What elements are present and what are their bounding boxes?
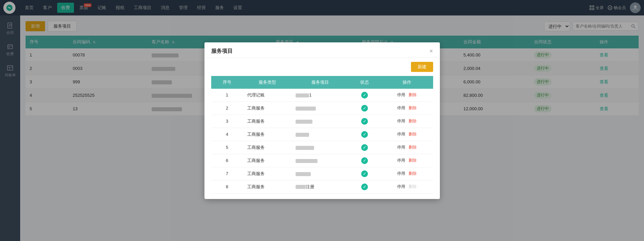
status-check-icon: ✓ — [361, 157, 368, 164]
status-check-icon: ✓ — [361, 184, 368, 190]
modal-cell-seq: 1 — [211, 89, 243, 102]
delete-button[interactable]: 删除 — [409, 92, 417, 98]
status-check-icon: ✓ — [361, 170, 368, 177]
stop-button[interactable]: 停用 — [397, 118, 405, 124]
modal-table-row: 8 工商服务 注册 ✓ 停用 删除 — [211, 180, 433, 193]
status-check-icon: ✓ — [361, 105, 368, 112]
status-check-icon: ✓ — [361, 118, 368, 125]
modal-cell-status: ✓ — [349, 102, 381, 115]
modal-table-row: 2 工商服务 ✓ 停用 删除 — [211, 102, 433, 115]
modal-cell-seq: 3 — [211, 115, 243, 128]
modal-cell-item: 注册 — [292, 180, 348, 193]
modal-cell-status: ✓ — [349, 115, 381, 128]
modal-cell-item — [292, 115, 348, 128]
modal-title: 服务项目 — [211, 48, 233, 55]
modal-cell-type: 工商服务 — [243, 102, 292, 115]
modal-cell-type: 工商服务 — [243, 128, 292, 141]
delete-button[interactable]: 删除 — [409, 145, 417, 150]
modal-col-type: 服务类型 — [243, 76, 292, 89]
delete-button[interactable]: 删除 — [409, 118, 417, 124]
modal-cell-type: 工商服务 — [243, 167, 292, 180]
modal-cell-type: 工商服务 — [243, 180, 292, 193]
modal-table-row: 5 工商服务 ✓ 停用 删除 — [211, 141, 433, 154]
status-check-icon: ✓ — [361, 144, 368, 151]
modal-cell-type: 工商服务 — [243, 141, 292, 154]
modal-cell-seq: 4 — [211, 128, 243, 141]
modal-header: 服务项目 × — [204, 42, 440, 58]
delete-button[interactable]: 删除 — [409, 105, 417, 111]
stop-button[interactable]: 停用 — [397, 105, 405, 111]
modal-cell-seq: 5 — [211, 141, 243, 154]
modal-cell-item — [292, 128, 348, 141]
modal-cell-item — [292, 141, 348, 154]
modal-cell-type: 工商服务 — [243, 115, 292, 128]
stop-button[interactable]: 停用 — [397, 92, 405, 98]
modal-col-seq: 序号 — [211, 76, 243, 89]
modal-col-item: 服务项目 — [292, 76, 348, 89]
delete-button[interactable]: 删除 — [409, 171, 417, 176]
modal-table-row: 1 代理记账 1 ✓ 停用 删除 — [211, 89, 433, 102]
modal-cell-action: 停用 删除 — [381, 115, 433, 128]
modal-cell-action: 停用 删除 — [381, 167, 433, 180]
modal-cell-action: 停用 删除 — [381, 102, 433, 115]
modal-table-row: 7 工商服务 ✓ 停用 删除 — [211, 167, 433, 180]
modal-col-status: 状态 — [349, 76, 381, 89]
stop-button[interactable]: 停用 — [397, 184, 405, 190]
modal-cell-action: 停用 删除 — [381, 141, 433, 154]
modal-cell-item — [292, 102, 348, 115]
modal-cell-seq: 6 — [211, 154, 243, 167]
delete-button[interactable]: 删除 — [409, 184, 417, 190]
modal-toolbar: 新建 — [204, 58, 440, 76]
modal-col-action: 操作 — [381, 76, 433, 89]
modal-cell-action: 停用 删除 — [381, 180, 433, 193]
stop-button[interactable]: 停用 — [397, 131, 405, 137]
modal-cell-seq: 2 — [211, 102, 243, 115]
modal-cell-type: 工商服务 — [243, 154, 292, 167]
stop-button[interactable]: 停用 — [397, 145, 405, 150]
modal-cell-status: ✓ — [349, 128, 381, 141]
modal-cell-status: ✓ — [349, 141, 381, 154]
modal-new-button[interactable]: 新建 — [411, 62, 433, 72]
stop-button[interactable]: 停用 — [397, 158, 405, 163]
modal-cell-status: ✓ — [349, 89, 381, 102]
modal-cell-status: ✓ — [349, 180, 381, 193]
modal-cell-action: 停用 删除 — [381, 154, 433, 167]
status-check-icon: ✓ — [361, 131, 368, 138]
modal-cell-item: 1 — [292, 89, 348, 102]
stop-button[interactable]: 停用 — [397, 171, 405, 176]
delete-button[interactable]: 删除 — [409, 158, 417, 163]
modal-close-button[interactable]: × — [429, 48, 433, 54]
modal-cell-seq: 8 — [211, 180, 243, 193]
modal-cell-type: 代理记账 — [243, 89, 292, 102]
status-check-icon: ✓ — [361, 92, 368, 98]
service-items-table: 序号 服务类型 服务项目 状态 操作 1 代理记账 1 ✓ 停用 — [211, 76, 433, 194]
modal-table-row: 6 工商服务 ✓ 停用 删除 — [211, 154, 433, 167]
modal-table-wrapper[interactable]: 序号 服务类型 服务项目 状态 操作 1 代理记账 1 ✓ 停用 — [211, 76, 433, 194]
service-items-modal: 服务项目 × 新建 序号 服务类型 服务项目 状态 操作 1 — [204, 42, 440, 199]
modal-table-row: 3 工商服务 ✓ 停用 删除 — [211, 115, 433, 128]
modal-cell-status: ✓ — [349, 167, 381, 180]
modal-body: 序号 服务类型 服务项目 状态 操作 1 代理记账 1 ✓ 停用 — [204, 76, 440, 199]
modal-cell-seq: 7 — [211, 167, 243, 180]
modal-cell-action: 停用 删除 — [381, 89, 433, 102]
modal-cell-action: 停用 删除 — [381, 128, 433, 141]
modal-cell-item — [292, 167, 348, 180]
modal-cell-status: ✓ — [349, 154, 381, 167]
delete-button[interactable]: 删除 — [409, 131, 417, 137]
modal-cell-item — [292, 154, 348, 167]
modal-table-row: 4 工商服务 ✓ 停用 删除 — [211, 128, 433, 141]
